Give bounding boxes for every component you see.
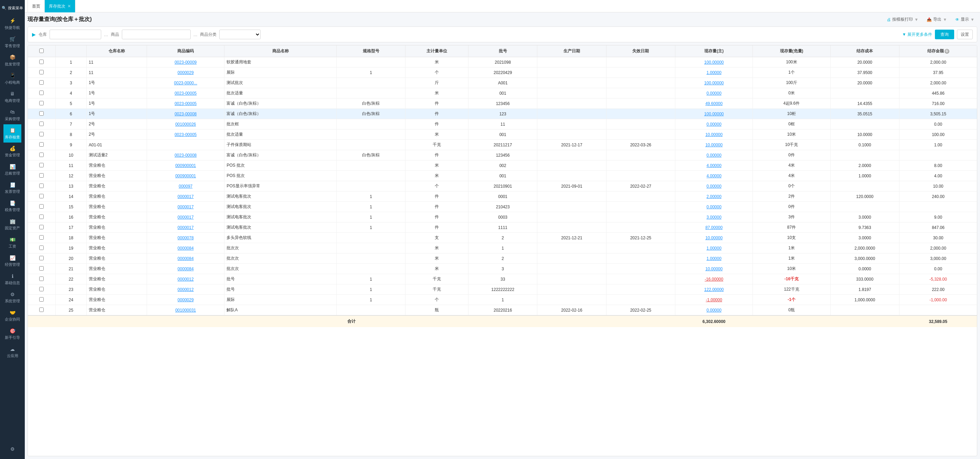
settings-button[interactable]: 设置 [957, 30, 973, 39]
row-qty-main-24[interactable]: 0.00000 [675, 305, 752, 316]
row-code-11[interactable]: 000900001 [147, 171, 224, 181]
sidebar-item-tax[interactable]: 📑税务管理 [3, 197, 21, 215]
header-action-0[interactable]: 🖨按模板打印▼ [884, 15, 921, 24]
row-qty-main-5[interactable]: 100.00000 [675, 109, 752, 119]
row-code-20[interactable]: 0000084 [147, 264, 224, 274]
amount-info-icon[interactable]: ① [945, 49, 949, 54]
row-check-19[interactable] [28, 253, 56, 264]
header-action-1[interactable]: 📤导出▼ [924, 15, 950, 24]
row-check-13[interactable] [28, 191, 56, 202]
row-qty-main-3[interactable]: 0.00000 [675, 88, 752, 99]
sidebar-item-quick-nav[interactable]: ⚡快捷导航 [3, 15, 21, 33]
row-code-22[interactable]: 0000012 [147, 284, 224, 295]
row-code-18[interactable]: 0000084 [147, 243, 224, 253]
row-check-0[interactable] [28, 57, 56, 67]
row-qty-main-9[interactable]: 0.00000 [675, 150, 752, 161]
row-code-3[interactable]: 0023-00005 [147, 88, 224, 99]
filter-expand-arrow[interactable]: ▶ [32, 32, 36, 37]
row-checkbox-15[interactable] [39, 215, 44, 219]
sidebar-item-payroll[interactable]: 💵工资 [3, 234, 21, 252]
row-check-4[interactable] [28, 99, 56, 109]
row-check-10[interactable] [28, 161, 56, 171]
sidebar-item-fixed[interactable]: 🏢固定资产 [3, 215, 21, 234]
row-check-21[interactable] [28, 274, 56, 284]
sidebar-item-collab[interactable]: 🤝企业协同 [3, 307, 21, 325]
row-check-15[interactable] [28, 212, 56, 222]
row-qty-main-0[interactable]: 100.00000 [675, 57, 752, 67]
row-checkbox-23[interactable] [39, 297, 44, 302]
row-qty-main-22[interactable]: 122.00000 [675, 284, 752, 295]
row-check-2[interactable] [28, 78, 56, 88]
row-check-6[interactable] [28, 119, 56, 129]
row-checkbox-10[interactable] [39, 163, 44, 167]
header-action-2[interactable]: 👁显示▼ [953, 15, 977, 24]
th-check[interactable] [28, 45, 56, 57]
row-checkbox-5[interactable] [39, 111, 44, 116]
sidebar-item-newbie[interactable]: 🎯新手引导 [3, 325, 21, 343]
sidebar-item-ops[interactable]: 📈经营管理 [3, 252, 21, 270]
row-code-21[interactable]: 0000012 [147, 274, 224, 284]
row-qty-main-18[interactable]: 1.00000 [675, 243, 752, 253]
row-checkbox-12[interactable] [39, 183, 44, 188]
row-check-18[interactable] [28, 243, 56, 253]
product-input[interactable] [122, 30, 191, 39]
row-qty-main-14[interactable]: 0.00000 [675, 202, 752, 212]
row-check-24[interactable] [28, 305, 56, 316]
row-check-3[interactable] [28, 88, 56, 99]
row-qty-main-16[interactable]: 87.00000 [675, 222, 752, 233]
row-checkbox-21[interactable] [39, 276, 44, 281]
row-code-15[interactable]: 0000017 [147, 212, 224, 222]
row-code-1[interactable]: 0000029 [147, 67, 224, 78]
row-code-2[interactable]: 0023-0000... [147, 78, 224, 88]
row-check-14[interactable] [28, 202, 56, 212]
sidebar-item-capital[interactable]: 💰资金管理 [3, 143, 21, 161]
row-checkbox-0[interactable] [39, 60, 44, 64]
sidebar-item-invoice[interactable]: 🧾发票管理 [3, 179, 21, 197]
row-code-13[interactable]: 0000017 [147, 191, 224, 202]
sidebar-item-purchase[interactable]: 🛍采购管理 [3, 106, 21, 124]
row-checkbox-3[interactable] [39, 91, 44, 95]
sidebar-settings[interactable]: ⚙ [0, 443, 25, 456]
row-checkbox-24[interactable] [39, 308, 44, 312]
row-checkbox-13[interactable] [39, 194, 44, 198]
row-check-17[interactable] [28, 233, 56, 243]
row-code-7[interactable]: 0023-00005 [147, 129, 224, 140]
row-checkbox-14[interactable] [39, 204, 44, 209]
row-qty-main-15[interactable]: 3.00000 [675, 212, 752, 222]
expand-conditions[interactable]: ▼ 展开更多条件 [902, 32, 932, 38]
warehouse-input[interactable] [49, 30, 101, 39]
row-code-16[interactable]: 0000017 [147, 222, 224, 233]
row-qty-main-19[interactable]: 1.00000 [675, 253, 752, 264]
row-code-10[interactable]: 000900001 [147, 161, 224, 171]
row-qty-main-10[interactable]: 4.00000 [675, 161, 752, 171]
row-code-12[interactable]: 000097 [147, 181, 224, 191]
row-check-7[interactable] [28, 129, 56, 140]
category-select[interactable] [219, 30, 261, 39]
sidebar-item-wholesale[interactable]: 📦批发管理 [3, 51, 21, 70]
row-code-24[interactable]: 001000031 [147, 305, 224, 316]
row-qty-main-17[interactable]: 10.00000 [675, 233, 752, 243]
row-checkbox-1[interactable] [39, 70, 44, 74]
sidebar-item-mini-ecom[interactable]: 📱小程电商 [3, 70, 21, 88]
row-code-8[interactable] [147, 140, 224, 150]
row-check-11[interactable] [28, 171, 56, 181]
search-button[interactable]: 查询 [935, 30, 954, 39]
row-code-9[interactable]: 0023-00008 [147, 150, 224, 161]
row-checkbox-6[interactable] [39, 121, 44, 126]
row-checkbox-17[interactable] [39, 235, 44, 240]
row-code-4[interactable]: 0023-00005 [147, 99, 224, 109]
row-checkbox-8[interactable] [39, 142, 44, 147]
row-checkbox-4[interactable] [39, 101, 44, 105]
sidebar-item-system[interactable]: ⚙系统管理 [3, 288, 21, 307]
row-qty-main-4[interactable]: 49.60000 [675, 99, 752, 109]
sidebar-item-ecom[interactable]: 🖥电商管理 [3, 88, 21, 106]
row-code-14[interactable]: 0000017 [147, 202, 224, 212]
row-check-1[interactable] [28, 67, 56, 78]
row-qty-main-6[interactable]: 0.00000 [675, 119, 752, 129]
row-qty-main-11[interactable]: 4.00000 [675, 171, 752, 181]
row-code-0[interactable]: 0023-00009 [147, 57, 224, 67]
row-qty-main-20[interactable]: 10.00000 [675, 264, 752, 274]
row-qty-main-23[interactable]: -1.00000 [675, 295, 752, 305]
tab-close-1[interactable]: ✕ [67, 4, 71, 9]
row-check-23[interactable] [28, 295, 56, 305]
